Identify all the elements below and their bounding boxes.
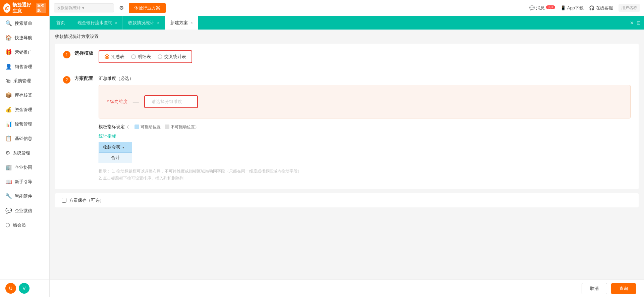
- tips-section: 提示： 1. 拖动标题栏可以调整布局，不可跨维度或指标区域拖动同字段（只能在同一…: [99, 168, 631, 181]
- legend-draggable-box: [135, 125, 139, 129]
- tab-new-plan[interactable]: 新建方案 ×: [165, 16, 198, 30]
- save-checkbox[interactable]: [62, 198, 66, 203]
- service-item[interactable]: 🎧 在线客服: [589, 5, 613, 11]
- message-icon: 💬: [529, 5, 535, 10]
- radio-cross[interactable]: 交叉统计表: [158, 54, 186, 60]
- radio-summary-label: 汇总表: [111, 54, 124, 60]
- sidebar-item-guide[interactable]: 📖 新手引导: [0, 175, 49, 189]
- tab-cash-query-label: 现金银行流水查询: [77, 20, 112, 26]
- legend-draggable-label: 可拖动位置: [141, 124, 161, 130]
- dimension-subtitle: 汇总维度（必选）: [99, 76, 631, 82]
- metrics-header: 模板指标设定（ 可拖动位置 不可拖动位置）: [99, 124, 631, 130]
- sidebar-item-label: 畅会员: [13, 222, 26, 228]
- tab-receipt-stats[interactable]: 收款情况统计 ×: [123, 16, 165, 30]
- sidebar-item-label: 新手引导: [15, 179, 32, 185]
- tab-cash-query-close[interactable]: ×: [115, 21, 117, 25]
- sidebar-item-marketing[interactable]: 🎁 营销推广: [0, 45, 49, 59]
- tab-cash-query[interactable]: 现金银行流水查询 ×: [72, 16, 123, 30]
- gift-icon: 🎁: [5, 49, 12, 55]
- dimension-area: 纵向维度 — 请选择分组维度: [99, 85, 631, 118]
- sidebar-item-label: 企业协同: [15, 164, 32, 170]
- radio-summary[interactable]: 汇总表: [105, 54, 124, 60]
- metrics-title: 统计指标: [99, 133, 631, 139]
- notification-label: 消息: [536, 5, 545, 11]
- sidebar-bottom: U V: [0, 279, 49, 297]
- sidebar-item-label: 基础信息: [15, 136, 32, 142]
- sidebar-item-member[interactable]: ⬡ 畅会员: [0, 218, 49, 232]
- trial-button[interactable]: 体验行业方案: [129, 3, 166, 13]
- cancel-button[interactable]: 取消: [582, 283, 607, 294]
- sidebar-item-system[interactable]: ⚙ 系统管理: [0, 146, 49, 160]
- breadcrumb-arrow: ▾: [82, 6, 84, 10]
- avatar-icon-2[interactable]: V: [19, 283, 30, 294]
- shopping-icon: 🛍: [5, 78, 11, 84]
- logo-badge: 标准版: [36, 3, 46, 13]
- step1-section: 1 选择模板 汇总表 明细表 交叉统计表: [63, 50, 631, 63]
- dimension-group-select[interactable]: 请选择分组维度: [144, 95, 198, 108]
- query-button[interactable]: 查询: [611, 283, 636, 294]
- tab-receipt-stats-close[interactable]: ×: [157, 21, 159, 25]
- radio-summary-circle: [105, 54, 109, 59]
- avatar-icon[interactable]: U: [5, 283, 16, 294]
- sidebar-item-label: 系统管理: [13, 150, 30, 156]
- sidebar-item-finance[interactable]: 💰 资金管理: [0, 102, 49, 117]
- sidebar-item-label: 库存核算: [15, 92, 32, 98]
- sidebar-item-operations[interactable]: 📊 经营管理: [0, 117, 49, 131]
- step2-badge: 2: [63, 76, 70, 84]
- topbar: 收款情况统计 ▾ ⚙ 体验行业方案 💬 消息 99+ 📱 App下载 🎧 在线客…: [50, 0, 644, 16]
- metrics-col-header-label-0: 收款金额: [103, 144, 120, 150]
- dimension-vertical-label: 纵向维度: [107, 99, 127, 105]
- enterprise-icon: 🏢: [5, 164, 12, 170]
- sidebar-item-label: 营销推广: [15, 49, 32, 55]
- sidebar-item-purchase[interactable]: 🛍 采购管理: [0, 74, 49, 88]
- tab-new-plan-close[interactable]: ×: [191, 21, 193, 25]
- user-name[interactable]: 用户名称: [619, 4, 640, 12]
- member-icon: ⬡: [5, 222, 10, 228]
- sidebar-item-basic-info[interactable]: 📋 基础信息: [0, 131, 49, 146]
- sidebar-item-inventory[interactable]: 📦 库存核算: [0, 88, 49, 102]
- main-area: 收款情况统计 ▾ ⚙ 体验行业方案 💬 消息 99+ 📱 App下载 🎧 在线客…: [50, 0, 644, 297]
- sidebar-item-wechat[interactable]: 💬 企业微信: [0, 203, 49, 218]
- sidebar-item-label: 销售管理: [15, 64, 32, 70]
- download-item[interactable]: 📱 App下载: [560, 5, 584, 11]
- radio-cross-circle: [158, 54, 162, 59]
- save-label: 方案保存（可选）: [69, 197, 104, 203]
- step1-template-options: 汇总表 明细表 交叉统计表: [99, 50, 192, 63]
- notification-item[interactable]: 💬 消息 99+: [529, 5, 555, 11]
- download-label: App下载: [567, 5, 584, 11]
- sidebar-item-hardware[interactable]: 🔧 智能硬件: [0, 189, 49, 203]
- topbar-right: 💬 消息 99+ 📱 App下载 🎧 在线客服 用户名称: [529, 4, 640, 12]
- dimension-arrow-icon: —: [133, 98, 139, 105]
- tab-receipt-stats-label: 收款情况统计: [128, 20, 154, 26]
- maximize-icon[interactable]: ⊡: [637, 20, 641, 26]
- step1-label: 选择模板: [74, 50, 95, 56]
- metrics-col-header-0[interactable]: 收款金额 ▾: [99, 142, 132, 153]
- sidebar-item-label: 智能硬件: [15, 193, 32, 199]
- topbar-settings-icon[interactable]: ⚙: [117, 3, 126, 13]
- step1-badge: 1: [63, 51, 70, 58]
- legend-static: 不可拖动位置）: [165, 124, 199, 130]
- search-menu-icon: 🔍: [5, 20, 12, 27]
- breadcrumb-text: 收款情况统计: [57, 5, 81, 11]
- tab-home-label: 首页: [56, 20, 65, 26]
- tip-2: 2. 点击标题栏下拉可设置排序、插入列和删除列: [99, 176, 631, 181]
- dimension-row: 纵向维度 — 请选择分组维度: [107, 95, 198, 108]
- footer-bar: 取消 查询: [50, 280, 644, 297]
- close-window-icon[interactable]: ✕: [630, 20, 634, 26]
- service-icon: 🎧: [589, 5, 594, 10]
- main-card: 1 选择模板 汇总表 明细表 交叉统计表: [55, 44, 639, 189]
- sidebar-item-label: 企业微信: [15, 208, 32, 214]
- step2-label: 方案配置: [74, 76, 95, 82]
- nav-tabs-end: ✕ ⊡: [627, 20, 644, 26]
- breadcrumb[interactable]: 收款情况统计 ▾: [54, 3, 114, 12]
- logo-text: 畅捷通好生意: [12, 2, 34, 14]
- sidebar-item-search-menu[interactable]: 🔍 搜索菜单: [0, 16, 49, 31]
- radio-detail[interactable]: 明细表: [131, 54, 151, 60]
- sidebar-item-sales[interactable]: 👤 销售管理: [0, 59, 49, 74]
- legend-draggable: 可拖动位置: [135, 124, 161, 130]
- sidebar-item-quick-nav[interactable]: 🏠 快捷导航: [0, 31, 49, 45]
- sidebar-item-enterprise[interactable]: 🏢 企业协同: [0, 160, 49, 175]
- tab-home[interactable]: 首页: [50, 16, 72, 30]
- logo-icon: 好: [3, 3, 10, 13]
- tip-1: 提示： 1. 拖动标题栏可以调整布局，不可跨维度或指标区域拖动同字段（只能在同一…: [99, 168, 631, 174]
